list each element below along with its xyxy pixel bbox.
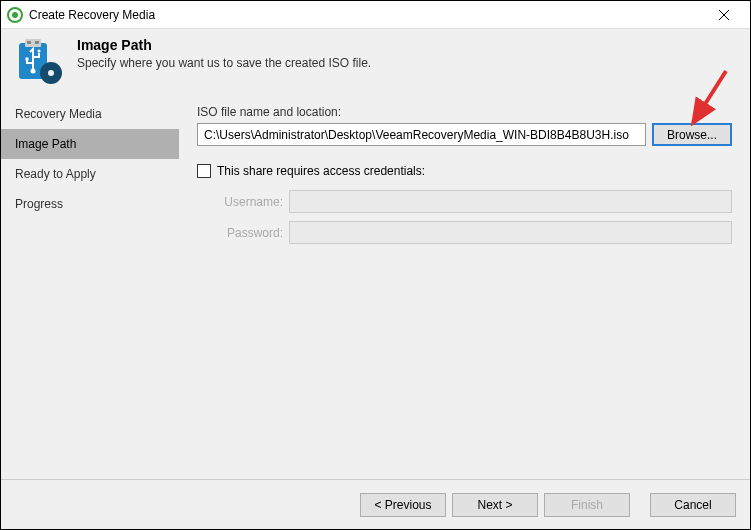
page-subtitle: Specify where you want us to save the cr… <box>77 56 371 70</box>
app-icon <box>7 7 23 23</box>
finish-button: Finish <box>544 493 630 517</box>
iso-path-input[interactable] <box>197 123 646 146</box>
password-label: Password: <box>217 226 283 240</box>
svg-rect-6 <box>27 41 31 44</box>
cancel-button[interactable]: Cancel <box>650 493 736 517</box>
username-label: Username: <box>217 195 283 209</box>
password-input <box>289 221 732 244</box>
username-input <box>289 190 732 213</box>
main-area: Recovery Media Image Path Ready to Apply… <box>1 99 750 479</box>
browse-button[interactable]: Browse... <box>652 123 732 146</box>
share-credentials-checkbox[interactable] <box>197 164 211 178</box>
share-credentials-checkbox-row[interactable]: This share requires access credentials: <box>197 164 732 178</box>
sidebar-item-image-path[interactable]: Image Path <box>1 129 179 159</box>
previous-button[interactable]: < Previous <box>360 493 446 517</box>
sidebar-item-ready-to-apply[interactable]: Ready to Apply <box>1 159 179 189</box>
page-title: Image Path <box>77 37 371 53</box>
footer: < Previous Next > Finish Cancel <box>1 479 750 529</box>
svg-point-1 <box>12 12 18 18</box>
next-button[interactable]: Next > <box>452 493 538 517</box>
wizard-sidebar: Recovery Media Image Path Ready to Apply… <box>1 99 179 479</box>
svg-point-9 <box>38 50 41 53</box>
titlebar: Create Recovery Media <box>1 1 750 29</box>
usb-disc-icon <box>15 37 63 85</box>
svg-rect-7 <box>35 41 39 44</box>
close-button[interactable] <box>704 1 744 29</box>
svg-rect-10 <box>26 58 29 61</box>
share-credentials-label: This share requires access credentials: <box>217 164 425 178</box>
content-panel: ISO file name and location: Browse... Th… <box>179 99 750 479</box>
svg-point-12 <box>48 70 54 76</box>
sidebar-item-progress[interactable]: Progress <box>1 189 179 219</box>
sidebar-item-recovery-media[interactable]: Recovery Media <box>1 99 179 129</box>
header: Image Path Specify where you want us to … <box>1 29 750 99</box>
svg-point-8 <box>31 69 36 74</box>
iso-path-label: ISO file name and location: <box>197 105 732 119</box>
window-title: Create Recovery Media <box>29 8 704 22</box>
